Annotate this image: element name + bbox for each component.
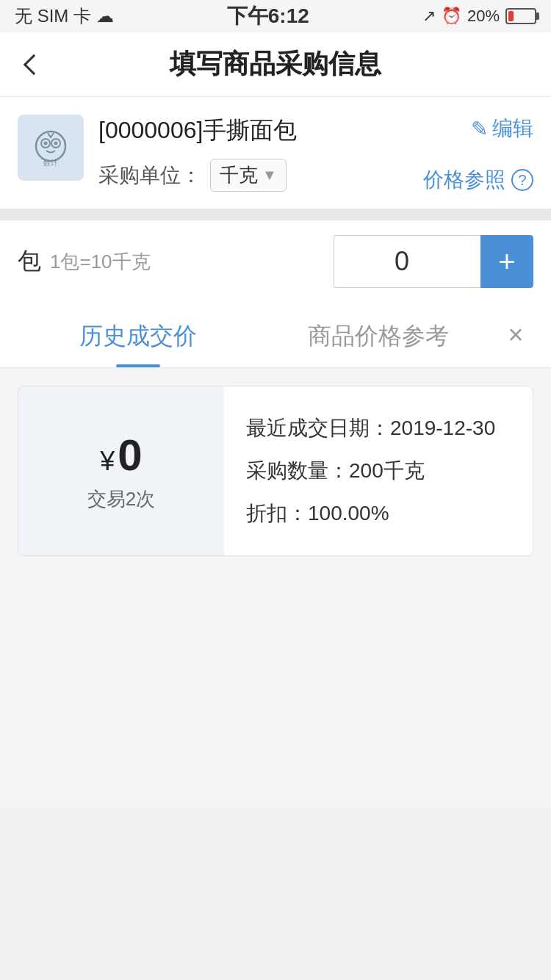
price-trades: 交易2次 bbox=[87, 486, 155, 512]
edit-label: 编辑 bbox=[492, 115, 533, 143]
price-reference[interactable]: 价格参照 ? bbox=[423, 166, 533, 194]
plus-icon: + bbox=[498, 245, 515, 278]
quantity-plus-button[interactable]: + bbox=[480, 235, 533, 288]
quantity-input-group: + bbox=[334, 235, 533, 288]
unit-label: 采购单位： bbox=[98, 162, 201, 190]
svg-point-0 bbox=[36, 131, 65, 161]
quantity-detail-label: 采购数量： bbox=[246, 459, 349, 482]
quantity-detail-value: 200千克 bbox=[349, 459, 425, 482]
tab-product-price[interactable]: 商品价格参考 bbox=[258, 303, 498, 367]
product-unit-row: 采购单位： 千克 ▼ bbox=[98, 159, 297, 192]
edit-button[interactable]: ✎ 编辑 bbox=[471, 115, 533, 143]
discount-item: 折扣：100.00% bbox=[246, 498, 511, 529]
page-title: 填写商品采购信息 bbox=[170, 46, 381, 82]
close-icon: × bbox=[508, 320, 523, 350]
nav-bar: 填写商品采购信息 bbox=[0, 32, 551, 97]
recent-date-value: 2019-12-30 bbox=[390, 417, 495, 439]
status-right: ↗ ⏰ 20% bbox=[422, 7, 536, 26]
price-ref-link[interactable]: 价格参照 bbox=[423, 166, 505, 194]
status-left: 无 SIM 卡 ☁ bbox=[15, 4, 114, 28]
quantity-left: 包 1包=10千克 bbox=[18, 245, 151, 278]
product-info: [0000006]手撕面包 采购单位： 千克 ▼ bbox=[98, 115, 297, 192]
price-card-left: ¥0 交易2次 bbox=[18, 386, 224, 555]
tab-product-label: 商品价格参考 bbox=[308, 323, 449, 349]
discount-value: 100.00% bbox=[308, 502, 389, 525]
currency-symbol: ¥ bbox=[100, 446, 115, 476]
tab-history-price[interactable]: 历史成交价 bbox=[18, 303, 258, 367]
price-card: ¥0 交易2次 最近成交日期：2019-12-30 采购数量：200千克 折扣：… bbox=[18, 386, 533, 556]
product-name: [0000006]手撕面包 bbox=[98, 115, 297, 147]
svg-point-3 bbox=[44, 142, 48, 145]
battery-percent: 20% bbox=[467, 7, 500, 26]
product-left: 数计 [0000006]手撕面包 采购单位： 千克 ▼ bbox=[18, 115, 297, 192]
quantity-row: 包 1包=10千克 + bbox=[0, 220, 551, 303]
recent-date-label: 最近成交日期： bbox=[246, 417, 390, 439]
product-card: 数计 [0000006]手撕面包 采购单位： 千克 ▼ ✎ 编辑 bbox=[0, 97, 551, 209]
help-icon[interactable]: ? bbox=[511, 169, 533, 191]
tabs-container: 历史成交价 商品价格参考 × bbox=[0, 303, 551, 368]
status-time: 下午6:12 bbox=[227, 2, 309, 30]
tab-close-button[interactable]: × bbox=[498, 317, 533, 353]
status-bar: 无 SIM 卡 ☁ 下午6:12 ↗ ⏰ 20% bbox=[0, 0, 551, 32]
unit-dropdown-arrow: ▼ bbox=[262, 167, 277, 184]
quantity-input[interactable] bbox=[334, 235, 480, 288]
battery-icon bbox=[505, 8, 536, 24]
unit-value: 千克 bbox=[220, 162, 258, 188]
price-value: 0 bbox=[118, 430, 142, 480]
svg-point-4 bbox=[54, 142, 58, 145]
quantity-conversion: 1包=10千克 bbox=[50, 249, 151, 275]
history-content: ¥0 交易2次 最近成交日期：2019-12-30 采购数量：200千克 折扣：… bbox=[0, 368, 551, 809]
alarm-icon: ⏰ bbox=[442, 7, 461, 26]
help-question-mark: ? bbox=[518, 172, 526, 189]
location-icon: ↗ bbox=[422, 7, 436, 26]
price-card-right: 最近成交日期：2019-12-30 采购数量：200千克 折扣：100.00% bbox=[224, 386, 533, 555]
quantity-item: 采购数量：200千克 bbox=[246, 455, 511, 486]
product-header: 数计 [0000006]手撕面包 采购单位： 千克 ▼ ✎ 编辑 bbox=[18, 115, 533, 194]
back-button[interactable] bbox=[18, 48, 50, 81]
edit-icon: ✎ bbox=[471, 117, 488, 141]
quantity-unit: 包 bbox=[18, 245, 41, 278]
unit-select[interactable]: 千克 ▼ bbox=[210, 159, 287, 192]
tab-history-label: 历史成交价 bbox=[79, 323, 197, 349]
section-divider bbox=[0, 209, 551, 220]
recent-date-item: 最近成交日期：2019-12-30 bbox=[246, 413, 511, 444]
back-arrow-icon bbox=[24, 54, 44, 74]
svg-text:数计: 数计 bbox=[43, 159, 58, 167]
discount-label: 折扣： bbox=[246, 502, 308, 525]
sim-status: 无 SIM 卡 ☁ bbox=[15, 4, 114, 28]
price-display: ¥0 bbox=[100, 430, 142, 480]
product-thumbnail: 数计 bbox=[18, 115, 84, 181]
